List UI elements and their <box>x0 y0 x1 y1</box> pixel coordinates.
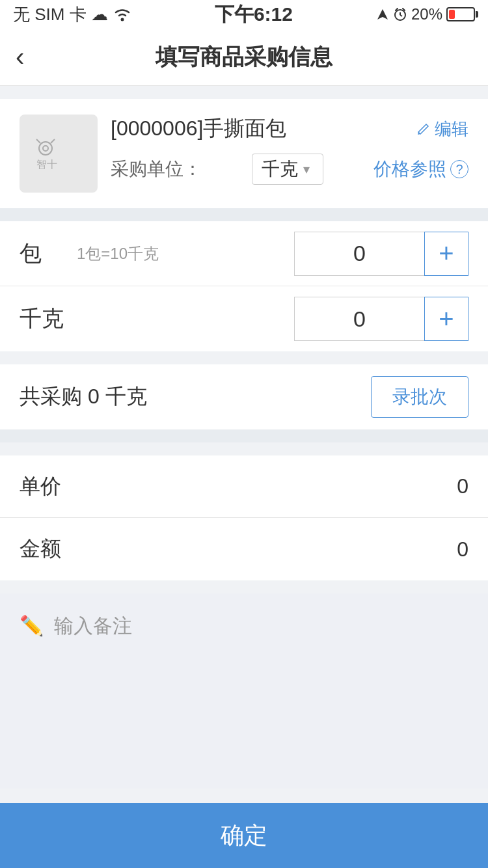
bag-quantity-row: 包 1包=10千克 + <box>0 221 488 286</box>
note-section[interactable]: ✏️ 输入备注 <box>0 593 488 789</box>
note-placeholder: 输入备注 <box>54 613 132 640</box>
summary-section: 共采购 0 千克 录批次 <box>0 364 488 429</box>
kg-quantity-input[interactable] <box>294 297 424 341</box>
product-info: [0000006]手撕面包 编辑 采购单位： 千克 ▾ 价格参照 ? <box>111 115 468 185</box>
confirm-button[interactable]: 确定 <box>0 803 488 868</box>
status-left: 无 SIM 卡 ☁ <box>13 3 131 26</box>
battery-icon <box>446 7 475 21</box>
svg-line-6 <box>36 139 40 143</box>
bag-plus-button[interactable]: + <box>424 232 468 276</box>
bag-sublabel: 1包=10千克 <box>77 243 294 264</box>
edit-button[interactable]: 编辑 <box>416 118 468 141</box>
unit-select[interactable]: 千克 ▾ <box>252 154 323 185</box>
bag-label: 包 <box>20 239 72 269</box>
product-name: [0000006]手撕面包 <box>111 115 286 143</box>
product-image: 智十 <box>20 115 98 193</box>
info-section: 单价 0 金额 0 <box>0 455 488 580</box>
unit-price-label: 单价 <box>20 472 61 501</box>
bag-quantity-input[interactable] <box>294 232 424 276</box>
summary-text: 共采购 0 千克 <box>20 383 147 411</box>
back-button[interactable]: ‹ <box>16 42 24 72</box>
purchase-unit-label: 采购单位： <box>111 157 202 182</box>
amount-value: 0 <box>457 537 468 562</box>
price-ref-button[interactable]: 价格参照 ? <box>373 157 468 182</box>
page-title: 填写商品采购信息 <box>156 42 332 72</box>
location-icon <box>376 8 389 21</box>
status-right: 20% <box>376 5 475 23</box>
status-bar: 无 SIM 卡 ☁ 下午6:12 20% <box>0 0 488 29</box>
divider-1 <box>0 208 488 221</box>
kg-plus-button[interactable]: + <box>424 297 468 341</box>
divider-2 <box>0 429 488 442</box>
batch-button[interactable]: 录批次 <box>371 376 468 418</box>
svg-point-0 <box>120 18 124 21</box>
unit-price-row: 单价 0 <box>0 455 488 518</box>
battery-percent: 20% <box>411 5 442 23</box>
pencil-icon: ✏️ <box>20 614 44 637</box>
kg-label: 千克 <box>20 304 72 334</box>
kg-quantity-row: 千克 + <box>0 286 488 351</box>
quantity-section: 包 1包=10千克 + 千克 + <box>0 221 488 351</box>
svg-line-7 <box>51 139 55 143</box>
nav-bar: ‹ 填写商品采购信息 <box>0 29 488 86</box>
svg-line-3 <box>400 15 402 16</box>
unit-price-value: 0 <box>457 474 468 498</box>
kg-input-wrap: + <box>294 297 468 341</box>
svg-point-4 <box>39 142 52 155</box>
amount-label: 金额 <box>20 535 61 563</box>
bag-input-wrap: + <box>294 232 468 276</box>
svg-text:智十: 智十 <box>36 159 57 170</box>
amount-row: 金额 0 <box>0 518 488 580</box>
alarm-icon <box>393 7 407 21</box>
wifi-icon <box>113 7 131 21</box>
status-time: 下午6:12 <box>215 1 293 28</box>
product-card: 智十 [0000006]手撕面包 编辑 采购单位： 千克 ▾ 价格参照 ? <box>0 99 488 208</box>
svg-point-5 <box>43 146 48 151</box>
sim-label: 无 SIM 卡 ☁ <box>13 3 108 26</box>
